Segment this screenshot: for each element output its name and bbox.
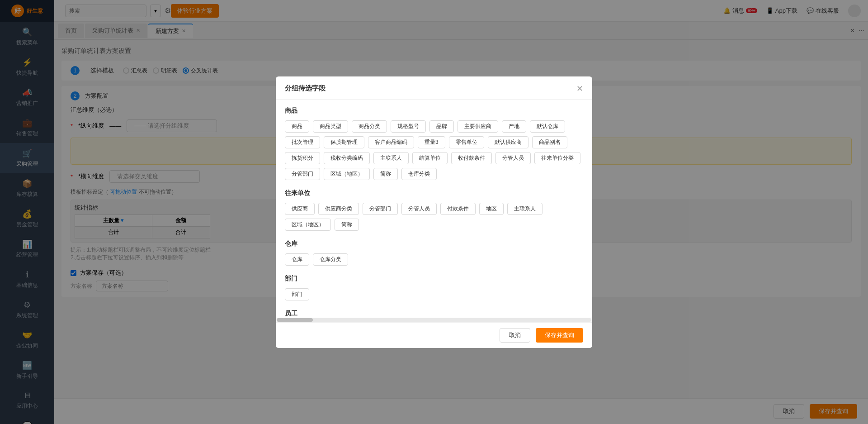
field-tags-2: 仓库仓库分类 (285, 253, 583, 266)
field-tag-1-2[interactable]: 分管部门 (363, 203, 398, 215)
field-tag-0-20[interactable]: 分管人员 (495, 152, 531, 164)
field-tag-0-15[interactable]: 拣货积分 (285, 152, 320, 164)
field-tag-0-6[interactable]: 产地 (502, 120, 526, 133)
field-tag-0-4[interactable]: 品牌 (429, 120, 454, 133)
field-tag-0-14[interactable]: 商品别名 (532, 136, 567, 148)
field-tag-2-0[interactable]: 仓库 (285, 253, 309, 266)
scroll-track (277, 318, 591, 322)
modal-title: 分组待选字段 (285, 84, 326, 93)
field-tag-3-0[interactable]: 部门 (285, 288, 309, 300)
field-tag-0-25[interactable]: 仓库分类 (401, 168, 437, 180)
field-tag-2-1[interactable]: 仓库分类 (313, 253, 348, 266)
field-tag-1-4[interactable]: 付款条件 (440, 203, 476, 215)
modal-overlay[interactable]: 分组待选字段 ✕ 商品商品商品类型商品分类规格型号品牌主要供应商产地默认仓库批次… (0, 0, 868, 424)
field-tag-0-21[interactable]: 往来单位分类 (534, 152, 580, 164)
field-tag-0-16[interactable]: 税收分类编码 (324, 152, 370, 164)
modal-bottom-scrollbar[interactable] (276, 318, 592, 322)
modal-body: 商品商品商品类型商品分类规格型号品牌主要供应商产地默认仓库批次管理保质期管理客户… (276, 100, 592, 318)
field-group-0: 商品商品商品类型商品分类规格型号品牌主要供应商产地默认仓库批次管理保质期管理客户… (285, 107, 583, 180)
field-tags-0: 商品商品类型商品分类规格型号品牌主要供应商产地默认仓库批次管理保质期管理客户商品… (285, 120, 583, 180)
field-tag-1-8[interactable]: 简称 (335, 219, 359, 231)
field-tag-0-3[interactable]: 规格型号 (391, 120, 426, 133)
field-tag-0-12[interactable]: 零售单位 (449, 136, 484, 148)
field-tag-0-17[interactable]: 主联系人 (373, 152, 409, 164)
field-tag-0-18[interactable]: 结算单位 (412, 152, 448, 164)
field-group-title-1: 往来单位 (285, 189, 583, 197)
field-group-title-2: 仓库 (285, 240, 583, 248)
field-tag-1-6[interactable]: 主联系人 (507, 203, 542, 215)
field-tag-0-10[interactable]: 客户商品编码 (368, 136, 414, 148)
modal-save-button[interactable]: 保存并查询 (536, 328, 583, 343)
field-tags-3: 部门 (285, 288, 583, 300)
field-tag-1-3[interactable]: 分管人员 (401, 203, 437, 215)
field-tag-0-13[interactable]: 默认供应商 (488, 136, 528, 148)
modal-cancel-button[interactable]: 取消 (500, 328, 530, 343)
field-tag-0-22[interactable]: 分管部门 (285, 168, 320, 180)
field-tags-1: 供应商供应商分类分管部门分管人员付款条件地区主联系人区域（地区）简称 (285, 203, 583, 231)
field-tag-1-0[interactable]: 供应商 (285, 203, 315, 215)
field-tag-0-24[interactable]: 简称 (373, 168, 398, 180)
field-tag-0-9[interactable]: 保质期管理 (324, 136, 364, 148)
field-group-title-4: 员工 (285, 310, 583, 318)
field-tag-1-5[interactable]: 地区 (479, 203, 504, 215)
field-tag-0-19[interactable]: 收付款条件 (451, 152, 492, 164)
field-tag-0-7[interactable]: 默认仓库 (530, 120, 565, 133)
modal-header: 分组待选字段 ✕ (276, 76, 592, 100)
field-group-3: 部门部门 (285, 275, 583, 300)
field-tag-0-5[interactable]: 主要供应商 (458, 120, 498, 133)
field-tag-1-1[interactable]: 供应商分类 (318, 203, 359, 215)
field-tag-0-8[interactable]: 批次管理 (285, 136, 320, 148)
field-group-2: 仓库仓库仓库分类 (285, 240, 583, 266)
modal-footer: 取消 保存并查询 (276, 322, 592, 348)
field-tag-1-7[interactable]: 区域（地区） (285, 219, 331, 231)
field-tag-0-0[interactable]: 商品 (285, 120, 309, 133)
field-group-1: 往来单位供应商供应商分类分管部门分管人员付款条件地区主联系人区域（地区）简称 (285, 189, 583, 231)
field-group-title-3: 部门 (285, 275, 583, 283)
modal-close-icon[interactable]: ✕ (576, 84, 583, 94)
scroll-thumb[interactable] (277, 318, 313, 322)
field-tag-0-2[interactable]: 商品分类 (352, 120, 387, 133)
field-tag-0-1[interactable]: 商品类型 (313, 120, 348, 133)
field-group-4: 员工业务员 (285, 310, 583, 318)
field-tag-0-23[interactable]: 区域（地区） (324, 168, 370, 180)
field-group-title-0: 商品 (285, 107, 583, 115)
field-tag-0-11[interactable]: 重量3 (418, 136, 445, 148)
modal-dialog: 分组待选字段 ✕ 商品商品商品类型商品分类规格型号品牌主要供应商产地默认仓库批次… (276, 76, 592, 348)
